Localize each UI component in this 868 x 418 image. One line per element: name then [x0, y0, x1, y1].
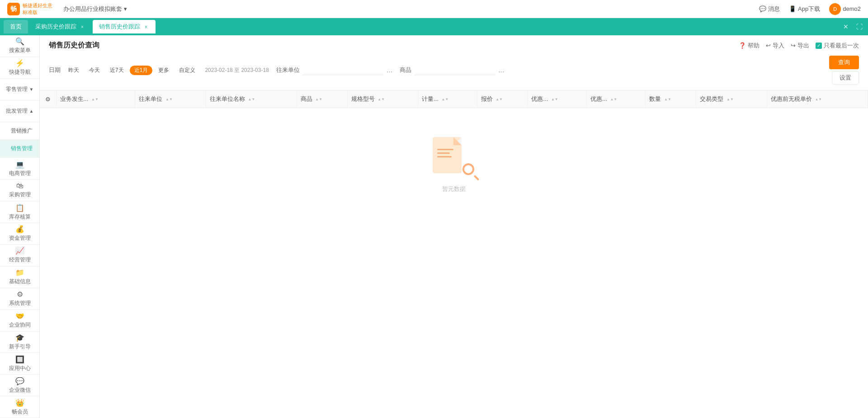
gear-icon: ⚙: [45, 96, 51, 103]
tab-close-all-button[interactable]: ✕: [841, 22, 851, 32]
goods-input[interactable]: [414, 65, 495, 75]
page-header: 销售历史价查询 ❓ 帮助 ↩ 导入 ↪ 导出 ✓: [40, 35, 868, 90]
sidebar-item-basic-info[interactable]: 📁 基础信息: [0, 266, 39, 288]
column-trade-type[interactable]: 交易类型 ▲▼: [696, 90, 767, 108]
column-unit-code[interactable]: 往来单位 ▲▼: [135, 90, 206, 108]
only-last-toggle[interactable]: ✓ 只看最后一次: [816, 42, 859, 50]
import-icon: ↩: [766, 42, 771, 49]
tab-purchase-history[interactable]: 采购历史价跟踪 ×: [29, 20, 92, 33]
sidebar-item-finance[interactable]: 💰 资金管理: [0, 223, 39, 245]
page-actions: ❓ 帮助 ↩ 导入 ↪ 导出 ✓ 只看最后一次: [739, 42, 859, 50]
finance-icon: 💰: [15, 225, 24, 233]
sidebar-item-wholesale[interactable]: 批发管理 ▲: [0, 100, 39, 122]
sort-icon: ▲▼: [495, 97, 503, 101]
settings-button[interactable]: 设置: [832, 71, 859, 85]
goods-label: 商品: [400, 66, 411, 74]
unit-input[interactable]: [302, 65, 384, 75]
column-pretax-price[interactable]: 优惠前无税单价 ▲▼: [767, 90, 868, 108]
column-gear[interactable]: ⚙: [40, 90, 56, 108]
column-discount2[interactable]: 优惠... ▲▼: [586, 90, 645, 108]
column-discount1[interactable]: 优惠... ▲▼: [528, 90, 586, 108]
column-business-date[interactable]: 业务发生... ▲▼: [56, 90, 135, 108]
date-quick-buttons: 昨天 今天 近7天 近1月 更多 自定义: [64, 65, 199, 76]
date-btn-7days[interactable]: 近7天: [106, 65, 128, 76]
logo-text: 畅捷通好生意 标准版: [23, 2, 52, 15]
goods-filter-group: 商品 ...: [400, 65, 504, 75]
company-selector[interactable]: 办公用品行业模拟账套 ▾: [63, 5, 127, 13]
sidebar-item-purchase[interactable]: 🛍 采购管理: [0, 180, 39, 201]
date-btn-yesterday[interactable]: 昨天: [64, 65, 83, 76]
collab-icon: 🤝: [15, 312, 24, 320]
date-btn-more[interactable]: 更多: [154, 65, 173, 76]
column-goods[interactable]: 商品 ▲▼: [297, 90, 347, 108]
sidebar-item-enterprise-wechat[interactable]: 💬 企业微信: [0, 375, 39, 396]
system-icon: ⚙: [17, 290, 23, 299]
download-icon: 📱: [789, 5, 796, 12]
export-icon: ↪: [791, 42, 796, 49]
basic-info-icon: 📁: [15, 268, 24, 277]
sidebar-item-retail[interactable]: 零售管理 ▼: [0, 79, 39, 100]
column-unit-measure[interactable]: 计量... ▲▼: [418, 90, 477, 108]
column-unit-name[interactable]: 往来单位名称 ▲▼: [206, 90, 297, 108]
filter-row: 日期 昨天 今天 近7天 近1月 更多 自定义 2023-02-18 至 202…: [49, 56, 859, 90]
app-download-button[interactable]: 📱 App下载: [789, 5, 820, 13]
sidebar-item-quick-nav[interactable]: ⚡ 快捷导航: [0, 57, 39, 79]
main-wrapper: 🔍 搜索菜单 ⚡ 快捷导航 零售管理 ▼ 批发管理 ▲ 营销推广 销售管理 💻 …: [0, 35, 868, 418]
sidebar-item-member[interactable]: 👑 畅会员: [0, 396, 39, 418]
empty-illustration: [429, 135, 479, 180]
unit-label: 往来单位: [276, 66, 300, 74]
column-business-date-label: 业务发生...: [60, 95, 89, 102]
sort-icon: ▲▼: [726, 97, 734, 101]
sort-icon: ▲▼: [377, 97, 385, 101]
date-btn-1month[interactable]: 近1月: [130, 66, 153, 75]
tab-sales-close-icon[interactable]: ×: [143, 24, 149, 30]
tab-purchase-close-icon[interactable]: ×: [79, 24, 85, 30]
content-area: 销售历史价查询 ❓ 帮助 ↩ 导入 ↪ 导出 ✓: [40, 35, 868, 418]
help-button[interactable]: ❓ 帮助: [739, 42, 760, 50]
sidebar-item-system[interactable]: ⚙ 系统管理: [0, 288, 39, 310]
tab-sales-history[interactable]: 销售历史价跟踪 ×: [93, 20, 156, 33]
tab-home[interactable]: 首页: [4, 20, 28, 33]
sidebar-sub-item-marketing[interactable]: 营销推广: [0, 122, 39, 140]
quick-nav-icon: ⚡: [15, 59, 24, 67]
unit-dots-button[interactable]: ...: [387, 66, 392, 74]
sidebar-item-management[interactable]: 📈 经营管理: [0, 245, 39, 266]
sort-icon: ▲▼: [248, 97, 255, 101]
sort-icon: ▲▼: [664, 97, 671, 101]
logo-icon: 畅: [7, 3, 20, 15]
page-title-bar: 销售历史价查询 ❓ 帮助 ↩ 导入 ↪ 导出 ✓: [49, 41, 859, 50]
column-spec[interactable]: 规格型号 ▲▼: [347, 90, 418, 108]
top-bar-right: 💬 消息 📱 App下载 D demo2: [759, 3, 861, 15]
sidebar-item-enterprise-collab[interactable]: 🤝 企业协同: [0, 310, 39, 332]
column-price[interactable]: 报价 ▲▼: [477, 90, 528, 108]
user-menu[interactable]: D demo2: [829, 3, 861, 15]
tab-maximize-button[interactable]: ⛶: [854, 22, 864, 32]
sidebar-item-tutorial[interactable]: 🎓 新手引导: [0, 332, 39, 353]
sidebar-item-app-center[interactable]: 🔲 应用中心: [0, 353, 39, 375]
sidebar-sub-item-sales[interactable]: 销售管理: [0, 140, 39, 158]
chevron-down-icon: ▾: [124, 5, 127, 12]
date-btn-custom[interactable]: 自定义: [175, 65, 199, 76]
search-icon: 🔍: [15, 37, 24, 46]
tutorial-icon: 🎓: [15, 333, 24, 342]
sidebar-item-search[interactable]: 🔍 搜索菜单: [0, 35, 39, 57]
sidebar-item-inventory[interactable]: 📋 库存核算: [0, 201, 39, 223]
sort-icon: ▲▼: [610, 97, 617, 101]
export-button[interactable]: ↪ 导出: [791, 42, 809, 50]
sort-icon: ▲▼: [315, 97, 322, 101]
doc-line: [437, 149, 453, 150]
logo-area: 畅 畅捷通好生意 标准版: [7, 2, 52, 15]
top-bar-left: 畅 畅捷通好生意 标准版 办公用品行业模拟账套 ▾: [7, 2, 127, 15]
empty-text: 暂元数据: [442, 185, 466, 193]
goods-dots-button[interactable]: ...: [498, 66, 504, 74]
doc-lines: [437, 149, 453, 157]
sidebar-item-ecommerce[interactable]: 💻 电商管理: [0, 158, 39, 180]
column-quantity[interactable]: 数量 ▲▼: [646, 90, 696, 108]
date-btn-today[interactable]: 今天: [85, 65, 104, 76]
top-bar: 畅 畅捷通好生意 标准版 办公用品行业模拟账套 ▾ 💬 消息 📱 App下载 D…: [0, 0, 868, 18]
date-label: 日期: [49, 66, 61, 74]
message-button[interactable]: 💬 消息: [759, 5, 780, 13]
query-button[interactable]: 查询: [829, 56, 859, 69]
doc-body: [433, 137, 462, 173]
import-button[interactable]: ↩ 导入: [766, 42, 784, 50]
